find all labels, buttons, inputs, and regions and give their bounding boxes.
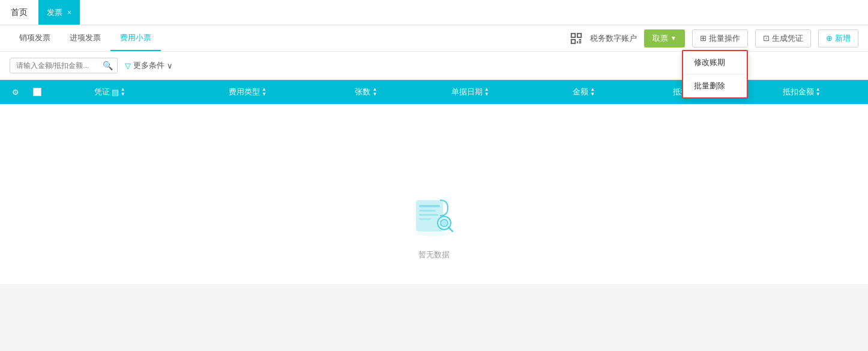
tab-expense-ticket[interactable]: 费用小票	[110, 25, 161, 51]
search-input[interactable]	[10, 58, 118, 73]
invoice-tab-label: 发票	[47, 7, 62, 18]
home-nav-item[interactable]: 首页	[0, 0, 38, 25]
th-date-label: 单据日期	[451, 87, 483, 97]
th-amount-label: 金额	[573, 87, 588, 97]
empty-state: 暂无数据	[407, 188, 461, 260]
invoice-tab[interactable]: 发票 ×	[38, 0, 80, 25]
th-voucher-sort-icon: ▲▼	[121, 87, 125, 97]
svg-rect-13	[419, 218, 431, 220]
th-count-label: 张数	[355, 87, 370, 97]
th-date[interactable]: 单据日期 ▲▼	[408, 87, 532, 97]
th-expense-type-sort-icon: ▲▼	[262, 87, 267, 97]
add-label: 新增	[835, 33, 851, 44]
batch-ops-icon: ⊞	[700, 34, 707, 43]
batch-ops-button[interactable]: ⊞ 批量操作	[692, 29, 748, 47]
more-filter-label: 更多条件	[133, 60, 164, 71]
empty-text: 暂无数据	[418, 249, 450, 260]
th-voucher-label: 凭证	[94, 87, 110, 97]
tab-sales-label: 销项发票	[19, 32, 50, 43]
batch-ops-label: 批量操作	[709, 33, 740, 44]
th-voucher[interactable]: 凭证 ▤ ▲▼	[48, 87, 172, 97]
th-expense-type[interactable]: 费用类型 ▲▼	[172, 87, 324, 97]
svg-rect-12	[419, 214, 438, 216]
th-checkbox[interactable]	[26, 88, 48, 96]
take-ticket-button[interactable]: 取票 ▼	[644, 29, 685, 47]
svg-rect-1	[577, 33, 581, 37]
svg-rect-2	[571, 39, 575, 43]
gen-voucher-label: 生成凭证	[772, 33, 803, 44]
th-expense-type-label: 费用类型	[229, 87, 260, 97]
add-button[interactable]: ⊕ 新增	[818, 29, 858, 47]
more-filter-arrow-icon: ∨	[167, 61, 173, 70]
svg-point-17	[440, 221, 442, 222]
sub-tabs-bar: 销项发票 进项发票 费用小票 税务数字账户 取票 ▼ ⊞	[0, 25, 868, 52]
gen-voucher-button[interactable]: ⊡ 生成凭证	[755, 29, 811, 47]
modify-period-item[interactable]: 修改账期	[683, 51, 747, 74]
batch-delete-item[interactable]: 批量删除	[683, 75, 747, 97]
more-filter-button[interactable]: ▽ 更多条件 ∨	[125, 60, 173, 71]
tax-digital-button[interactable]: 税务数字账户	[590, 33, 637, 44]
th-deduct-amount[interactable]: 抵扣金额 ▲▼	[740, 87, 863, 97]
sub-tabs-right: 税务数字账户 取票 ▼ ⊞ 批量操作 修改账期 批量删除 ⊡ 生成凭证 ⊕ 新增	[570, 29, 858, 47]
header-checkbox-icon	[33, 88, 41, 96]
th-voucher-filter-icon: ▤	[112, 88, 119, 97]
sub-tabs-left: 销项发票 进项发票 费用小票	[10, 25, 161, 51]
th-count[interactable]: 张数 ▲▼	[324, 87, 408, 97]
close-tab-icon[interactable]: ×	[67, 8, 71, 17]
gen-voucher-icon: ⊡	[763, 34, 770, 43]
qr-icon[interactable]	[570, 32, 583, 45]
svg-line-16	[448, 227, 453, 231]
take-ticket-arrow-icon: ▼	[671, 35, 677, 41]
th-count-sort-icon: ▲▼	[372, 87, 377, 97]
tab-expense-label: 费用小票	[120, 32, 151, 43]
search-icon[interactable]: 🔍	[103, 61, 113, 70]
svg-rect-0	[571, 33, 575, 37]
tab-sales-invoice[interactable]: 销项发票	[10, 25, 60, 51]
th-date-sort-icon: ▲▼	[484, 87, 489, 97]
top-nav: 首页 发票 ×	[0, 0, 868, 25]
th-amount-sort-icon: ▲▼	[590, 87, 595, 97]
empty-illustration	[407, 188, 461, 242]
tab-income-label: 进项发票	[70, 32, 101, 43]
svg-rect-11	[419, 210, 436, 212]
take-ticket-label: 取票	[653, 33, 668, 44]
tab-income-invoice[interactable]: 进项发票	[60, 25, 110, 51]
svg-point-18	[440, 224, 442, 226]
svg-point-15	[441, 219, 448, 227]
filter-funnel-icon: ▽	[125, 61, 131, 70]
table-body: 暂无数据	[0, 104, 868, 284]
batch-ops-wrapper: ⊞ 批量操作 修改账期 批量删除	[692, 29, 748, 47]
th-gear[interactable]: ⚙	[5, 88, 26, 97]
th-amount[interactable]: 金额 ▲▼	[532, 87, 636, 97]
svg-rect-10	[419, 205, 440, 207]
th-deduct-amount-label: 抵扣金额	[783, 87, 814, 97]
add-icon: ⊕	[826, 34, 833, 43]
search-wrap: 🔍	[10, 58, 118, 73]
th-deduct-amount-sort-icon: ▲▼	[816, 87, 821, 97]
batch-ops-dropdown: 修改账期 批量删除	[682, 50, 748, 99]
table-wrap: ⚙ 凭证 ▤ ▲▼ 费用类型 ▲▼ 张数 ▲▼ 单据日期 ▲▼ 金额 ▲▼ 抵扣…	[0, 80, 868, 284]
gear-icon: ⚙	[12, 88, 19, 97]
